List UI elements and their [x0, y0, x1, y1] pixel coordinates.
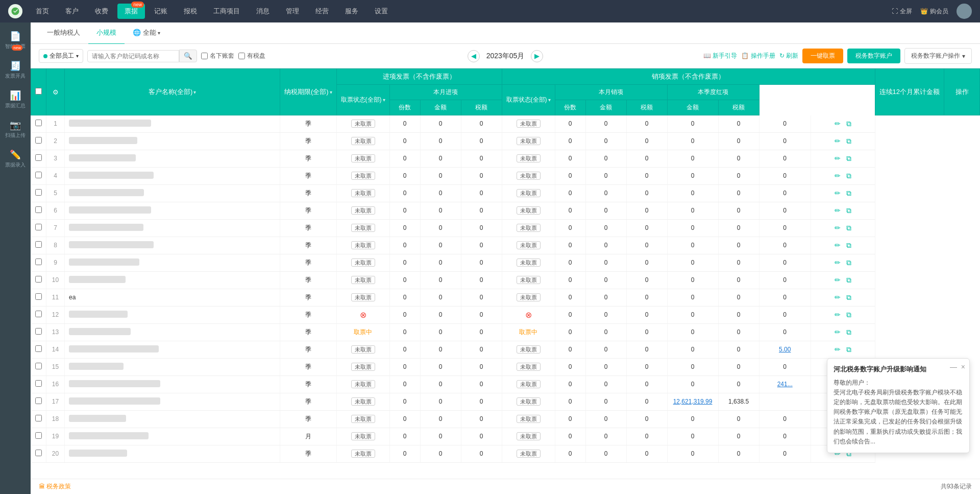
copy-action-button[interactable]: ⧉: [844, 310, 853, 320]
subnav-general-taxpayer[interactable]: 一般纳税人: [39, 22, 88, 44]
nav-home[interactable]: 首页: [29, 4, 56, 19]
copy-action-button[interactable]: ⧉: [844, 136, 853, 147]
nav-client[interactable]: 客户: [58, 4, 86, 19]
row-checkbox[interactable]: [35, 276, 42, 283]
prev-month-button[interactable]: ◀: [468, 50, 480, 62]
edit-action-button[interactable]: ✏: [832, 119, 843, 129]
edit-action-button[interactable]: ✏: [832, 257, 843, 268]
row-checkbox[interactable]: [35, 415, 42, 421]
edit-action-button[interactable]: ✏: [832, 188, 843, 198]
out-status-cell: 未取票: [502, 237, 555, 254]
copy-action-button[interactable]: ⧉: [844, 275, 853, 286]
row-checkbox[interactable]: [35, 241, 42, 248]
copy-action-button[interactable]: ⧉: [844, 119, 853, 129]
subnav-all-capable[interactable]: 🌐 全能 ▾: [125, 22, 168, 44]
sidebar-item-ticket-summary[interactable]: 📊 票据汇总: [1, 86, 30, 113]
out-tax-cell: 0: [626, 358, 667, 375]
edit-action-button[interactable]: ✏: [832, 275, 843, 285]
nav-message[interactable]: 消息: [249, 4, 277, 19]
out-status-cell: 未取票: [502, 132, 555, 150]
copy-action-button[interactable]: ⧉: [844, 153, 853, 164]
nav-operation[interactable]: 经营: [308, 4, 336, 19]
logo[interactable]: [8, 4, 22, 18]
edit-action-button[interactable]: ✏: [832, 310, 843, 320]
row-checkbox[interactable]: [35, 137, 42, 144]
nav-ticket[interactable]: 票据 new: [117, 4, 145, 19]
row-checkbox[interactable]: [35, 189, 42, 196]
period-filter-icon[interactable]: ▾: [330, 89, 332, 95]
search-button[interactable]: 🔍: [179, 50, 197, 62]
edit-action-button[interactable]: ✏: [832, 292, 843, 302]
row-checkbox[interactable]: [35, 397, 42, 404]
subnav-small-scale[interactable]: 小规模: [88, 22, 125, 44]
row-checkbox[interactable]: [35, 206, 42, 213]
notification-minimize-btn[interactable]: —: [950, 363, 957, 371]
settings-icon[interactable]: ⚙: [53, 88, 59, 96]
fullscreen-btn[interactable]: ⛶ 全屏: [892, 7, 912, 16]
row-checkbox[interactable]: [35, 363, 42, 369]
edit-action-button[interactable]: ✏: [832, 136, 843, 146]
row-checkbox[interactable]: [35, 154, 42, 161]
edit-action-button[interactable]: ✏: [832, 344, 843, 355]
copy-action-button[interactable]: ⧉: [844, 223, 853, 233]
copy-action-button[interactable]: ⧉: [844, 327, 853, 338]
row-checkbox[interactable]: [35, 345, 42, 352]
copy-action-button[interactable]: ⧉: [844, 257, 853, 268]
employee-filter[interactable]: 全部员工 ▾: [39, 49, 83, 63]
edit-action-button[interactable]: ✏: [832, 171, 843, 181]
edit-action-button[interactable]: ✏: [832, 205, 843, 216]
row-checkbox[interactable]: [35, 311, 42, 317]
notification-close-btn[interactable]: ×: [961, 363, 965, 371]
sidebar-item-ticket-entry[interactable]: ✏️ 票据录入: [1, 145, 30, 173]
refresh-link[interactable]: ↻ 刷新: [779, 52, 798, 60]
copy-action-button[interactable]: ⧉: [844, 188, 853, 199]
row-checkbox[interactable]: [35, 224, 42, 230]
edit-action-button[interactable]: ✏: [832, 327, 843, 337]
copy-action-button[interactable]: ⧉: [844, 292, 853, 303]
has-tax-disk-checkbox[interactable]: 有税盘: [238, 52, 265, 60]
row-checkbox[interactable]: [35, 293, 42, 300]
row-checkbox[interactable]: [35, 432, 42, 439]
nav-accounting[interactable]: 记账: [147, 4, 175, 19]
in-status-filter-icon[interactable]: ▾: [383, 97, 385, 103]
user-avatar[interactable]: [957, 4, 972, 19]
row-checkbox[interactable]: [35, 172, 42, 178]
tax-policy-link[interactable]: 🏛 税务政策: [39, 482, 71, 491]
select-all-checkbox[interactable]: [35, 88, 42, 95]
out-status-cell: 未取票: [502, 254, 555, 271]
red-tax-cell: 0: [718, 410, 759, 428]
row-checkbox[interactable]: [35, 450, 42, 456]
row-checkbox[interactable]: [35, 258, 42, 265]
row-checkbox[interactable]: [35, 328, 42, 335]
nav-manage[interactable]: 管理: [279, 4, 306, 19]
sidebar-item-invoice-open[interactable]: 🧾 发票开具: [1, 56, 30, 84]
edit-action-button[interactable]: ✏: [832, 223, 843, 233]
digital-account-button[interactable]: 税务数字账户: [847, 49, 900, 63]
search-input[interactable]: [87, 50, 179, 62]
edit-action-button[interactable]: ✏: [832, 153, 843, 163]
nav-settings[interactable]: 设置: [368, 4, 395, 19]
nav-tax[interactable]: 报税: [177, 4, 204, 19]
copy-action-button[interactable]: ⧉: [844, 171, 853, 181]
out-status-filter-icon[interactable]: ▾: [548, 97, 551, 103]
nav-fee[interactable]: 收费: [88, 4, 115, 19]
copy-action-button[interactable]: ⧉: [844, 240, 853, 251]
copy-action-button[interactable]: ⧉: [844, 344, 853, 355]
nav-service[interactable]: 服务: [338, 4, 365, 19]
row-checkbox[interactable]: [35, 120, 42, 126]
new-guide-link[interactable]: 📖 新手引导: [703, 52, 737, 60]
vip-btn[interactable]: 👑 购会员: [920, 7, 948, 16]
manual-link[interactable]: 📋 操作手册: [741, 52, 775, 60]
row-checkbox[interactable]: [35, 380, 42, 387]
sub-account-checkbox[interactable]: 名下账套: [201, 52, 234, 60]
in-amount-cell: 0: [420, 132, 461, 150]
nav-business[interactable]: 工商项目: [206, 4, 247, 19]
client-filter-icon[interactable]: ▾: [193, 89, 196, 95]
sidebar-item-scan-upload[interactable]: 📷 扫描上传: [1, 115, 30, 143]
edit-action-button[interactable]: ✏: [832, 240, 843, 250]
sidebar-item-smart-ticket[interactable]: 📄 智能取票 new: [1, 27, 30, 54]
one-click-ticket-button[interactable]: 一键取票: [802, 49, 843, 63]
next-month-button[interactable]: ▶: [531, 50, 543, 62]
digital-ops-button[interactable]: 税务数字账户操作 ▾: [904, 48, 972, 64]
copy-action-button[interactable]: ⧉: [844, 205, 853, 216]
